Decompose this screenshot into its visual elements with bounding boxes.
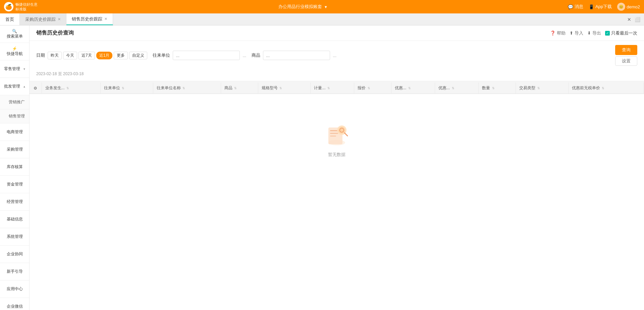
sidebar-item-purchase[interactable]: 采购管理: [0, 141, 29, 158]
action-buttons: 查询 设置: [615, 45, 637, 66]
tab-bar: 首页 采购历史价跟踪 ✕ 销售历史价跟踪 ✕ ✕ ⬜: [0, 13, 644, 25]
partner-dots: ...: [243, 53, 246, 58]
help-label: 帮助: [557, 30, 566, 36]
tab-purchase-history[interactable]: 采购历史价跟踪 ✕: [20, 13, 66, 25]
date-btn-more[interactable]: 更多: [114, 52, 128, 59]
user-name: demo2: [627, 4, 640, 9]
date-range-display: 2023-02-18 至 2023-03-18: [36, 71, 84, 77]
svg-line-7: [344, 133, 347, 136]
th-partner-name[interactable]: 往来单位名称 ⇅: [153, 83, 221, 94]
tab-sales-history[interactable]: 销售历史价跟踪 ✕: [66, 13, 113, 25]
dropdown-icon[interactable]: ▾: [325, 4, 327, 9]
partner-filter-group: 往来单位 ...: [153, 51, 246, 60]
sort-icon-goods: ⇅: [234, 87, 237, 90]
goods-input[interactable]: [263, 51, 330, 60]
sidebar-item-wholesale-mgmt[interactable]: 批发管理 ▴: [0, 78, 29, 95]
th-spec[interactable]: 规格型号 ⇅: [258, 83, 311, 94]
header-right: 💬 消息 📱 App下载 😊 demo2: [568, 3, 640, 11]
th-unit[interactable]: 计量... ⇅: [311, 83, 354, 94]
top-header: 🍊 畅捷信好生意 标准版 办公用品行业模拟账套 ▾ 💬 消息 📱 App下载 😊…: [0, 0, 644, 13]
data-table: ⚙ 业务发生... ⇅ 往来单位 ⇅ 往来单位名称 ⇅ 商品 ⇅: [30, 83, 644, 94]
sidebar-item-enterprise[interactable]: 企业协同: [0, 246, 29, 263]
sort-icon-partner-name: ⇅: [182, 87, 185, 90]
sidebar-sales-label: 销售管理: [9, 113, 25, 119]
logo-icon: 🍊: [4, 2, 13, 11]
sort-icon-discount1: ⇅: [408, 87, 411, 90]
sort-icon-biz-date: ⇅: [66, 87, 69, 90]
date-btn-yesterday[interactable]: 昨天: [48, 52, 62, 59]
sidebar-item-system[interactable]: 系统管理: [0, 228, 29, 246]
sidebar-item-ecommerce[interactable]: 电商管理: [0, 123, 29, 141]
filter-area: 日期 昨天 今天 近7天 近1月 更多 自定义 往来单位 ...: [30, 41, 644, 81]
empty-text: 暂无数据: [328, 152, 345, 158]
export-btn[interactable]: ⬇ 导出: [587, 30, 601, 36]
window-maximize-btn[interactable]: ⬜: [635, 17, 640, 22]
th-partner-code[interactable]: 往来单位 ⇅: [101, 83, 153, 94]
sidebar: 🔍 搜索菜单 ⚡ 快捷导航 零售管理 ▾ 批发管理 ▴ 营销推广 销售管理 电商…: [0, 25, 30, 310]
sidebar-item-search-menu[interactable]: 🔍 搜索菜单: [0, 25, 29, 43]
export-label: 导出: [592, 30, 601, 36]
date-btn-custom[interactable]: 自定义: [129, 52, 147, 59]
sidebar-item-sales-mgmt[interactable]: 销售管理: [0, 109, 29, 123]
sidebar-retail-arrow: ▾: [23, 67, 25, 71]
filter-row-1: 日期 昨天 今天 近7天 近1月 更多 自定义 往来单位 ...: [36, 45, 637, 66]
th-discount2[interactable]: 优惠... ⇅: [435, 83, 479, 94]
date-btn-last7[interactable]: 近7天: [78, 52, 95, 59]
help-btn[interactable]: ❓ 帮助: [550, 30, 566, 36]
svg-rect-4: [330, 136, 336, 137]
sidebar-item-marketing[interactable]: 营销推广: [0, 95, 29, 109]
sidebar-item-retail-mgmt[interactable]: 零售管理 ▾: [0, 60, 29, 78]
goods-label: 商品: [252, 52, 260, 58]
sort-icon-unit: ⇅: [327, 87, 330, 90]
sidebar-item-inventory[interactable]: 库存核算: [0, 158, 29, 176]
tab-sales-history-close[interactable]: ✕: [104, 17, 107, 21]
last-only-checkbox[interactable]: ✓: [605, 31, 610, 36]
th-goods[interactable]: 商品 ⇅: [221, 83, 258, 94]
goods-dots: ...: [333, 53, 336, 58]
sidebar-item-operations[interactable]: 经营管理: [0, 193, 29, 211]
message-btn[interactable]: 💬 消息: [568, 4, 583, 10]
content-area: 销售历史价查询 ❓ 帮助 ⬆ 导入 ⬇ 导出 ✓ 只看最后一次: [30, 25, 644, 310]
sidebar-item-wechat[interactable]: 企业微信: [0, 298, 29, 310]
window-close-btn[interactable]: ✕: [627, 17, 632, 22]
settings-btn[interactable]: 设置: [615, 56, 637, 66]
date-btn-today[interactable]: 今天: [63, 52, 77, 59]
tab-purchase-history-close[interactable]: ✕: [58, 17, 61, 21]
th-gear[interactable]: ⚙: [30, 83, 42, 94]
sort-icon-price: ⇅: [368, 87, 370, 90]
sidebar-item-finance[interactable]: 资金管理: [0, 176, 29, 193]
query-btn[interactable]: 查询: [615, 45, 637, 55]
app-download-btn[interactable]: 📱 App下载: [589, 4, 612, 10]
date-filter-group: 日期 昨天 今天 近7天 近1月 更多 自定义: [36, 52, 147, 59]
date-buttons: 昨天 今天 近7天 近1月 更多 自定义: [48, 52, 147, 59]
import-btn[interactable]: ⬆ 导入: [570, 30, 583, 36]
tab-home[interactable]: 首页: [0, 13, 20, 25]
th-pre-tax-price[interactable]: 优惠前无税单价 ⇅: [568, 83, 644, 94]
page-title: 销售历史价查询: [36, 30, 74, 41]
partner-input[interactable]: [173, 51, 240, 60]
import-icon: ⬆: [570, 31, 573, 36]
sidebar-nav-icon: ⚡: [12, 46, 17, 51]
last-only-checkbox-label[interactable]: ✓ 只看最后一次: [605, 30, 637, 36]
logo-text: 畅捷信好生意 标准版: [15, 2, 38, 12]
help-icon: ❓: [550, 31, 555, 36]
sidebar-item-quick-nav[interactable]: ⚡ 快捷导航: [0, 43, 29, 60]
sidebar-item-guide[interactable]: 新手引导: [0, 263, 29, 280]
sidebar-item-basic-info[interactable]: 基础信息: [0, 211, 29, 228]
sidebar-item-app-center[interactable]: 应用中心: [0, 280, 29, 298]
sidebar-marketing-label: 营销推广: [9, 99, 25, 105]
th-quantity[interactable]: 数量 ⇅: [479, 83, 516, 94]
th-price[interactable]: 报价 ⇅: [354, 83, 391, 94]
th-discount1[interactable]: 优惠... ⇅: [391, 83, 435, 94]
th-biz-date[interactable]: 业务发生... ⇅: [42, 83, 101, 94]
last-only-label: 只看最后一次: [611, 30, 637, 36]
sidebar-retail-label: 零售管理: [4, 66, 20, 72]
date-btn-last1month[interactable]: 近1月: [96, 52, 113, 59]
sort-icon-trade-type: ⇅: [537, 87, 540, 90]
main-layout: 🔍 搜索菜单 ⚡ 快捷导航 零售管理 ▾ 批发管理 ▴ 营销推广 销售管理 电商…: [0, 25, 644, 310]
user-area[interactable]: 😊 demo2: [617, 3, 640, 11]
table-container[interactable]: ⚙ 业务发生... ⇅ 往来单位 ⇅ 往来单位名称 ⇅ 商品 ⇅: [30, 83, 644, 310]
th-trade-type[interactable]: 交易类型 ⇅: [516, 83, 569, 94]
empty-state: 暂无数据: [30, 94, 644, 185]
date-label: 日期: [36, 52, 45, 58]
